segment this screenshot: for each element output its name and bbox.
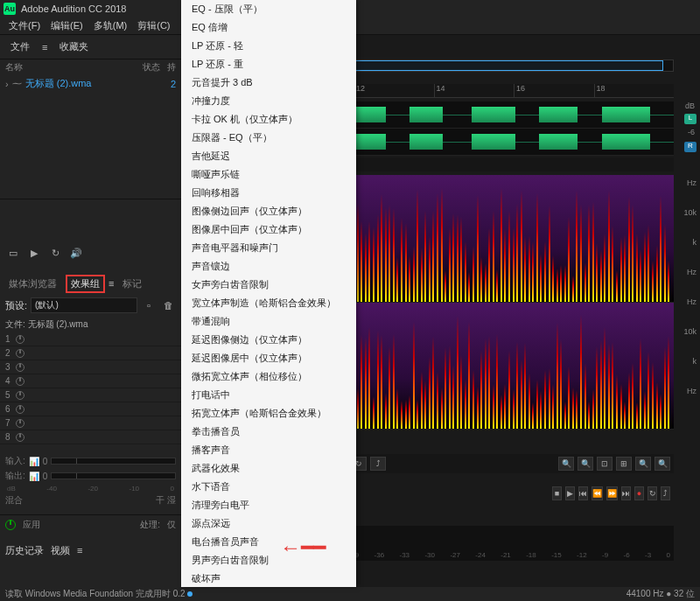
dropdown-item[interactable]: 电台播音员声音 bbox=[181, 533, 356, 551]
tab-menu-icon[interactable]: ≡ bbox=[108, 278, 114, 289]
dropdown-item[interactable]: 卡拉 OK 机（仅立体声） bbox=[181, 110, 356, 129]
tab-video[interactable]: 视频 bbox=[51, 544, 70, 557]
file-columns: 名称 状态 持 bbox=[0, 59, 181, 75]
zoom-in-icon[interactable]: 🔍 bbox=[558, 457, 574, 471]
process-only[interactable]: 仅 bbox=[167, 519, 176, 531]
fx-slot-6[interactable]: 6 bbox=[0, 402, 181, 416]
menu-edit[interactable]: 编辑(E) bbox=[46, 19, 88, 32]
dropdown-item[interactable]: 源点深远 bbox=[181, 514, 356, 533]
dropdown-item[interactable]: EQ 倍增 bbox=[181, 18, 356, 37]
dropdown-item[interactable]: 延迟图像侧边（仅立体声） bbox=[181, 331, 356, 349]
dropdown-item[interactable]: 打电话中 bbox=[181, 386, 356, 404]
dropdown-item[interactable]: 声音电平器和噪声门 bbox=[181, 239, 356, 257]
input-gain[interactable]: 0 bbox=[43, 457, 48, 466]
dropdown-item[interactable]: 水下语音 bbox=[181, 478, 356, 496]
delete-preset-icon[interactable]: 🗑 bbox=[160, 297, 176, 313]
expand-arrow-icon[interactable]: › bbox=[5, 79, 9, 89]
channel-r-badge[interactable]: R bbox=[684, 142, 696, 152]
col-status[interactable]: 状态 bbox=[143, 61, 160, 73]
autoplay-icon[interactable]: 🔊 bbox=[68, 245, 84, 261]
file-row[interactable]: › ⁓ 无标题 (2).wma 2 bbox=[0, 75, 181, 92]
dropdown-item[interactable]: 延迟图像居中（仅立体声） bbox=[181, 349, 356, 367]
power-icon[interactable] bbox=[16, 377, 24, 386]
rewind-button-2[interactable]: ⏪ bbox=[592, 486, 603, 500]
fx-slot-8[interactable]: 8 bbox=[0, 430, 181, 444]
fx-slot-4[interactable]: 4 bbox=[0, 374, 181, 388]
power-icon[interactable] bbox=[16, 433, 24, 442]
loop-icon[interactable]: ↻ bbox=[47, 245, 63, 261]
dropdown-item[interactable]: LP 还原 - 重 bbox=[181, 55, 356, 73]
dropdown-item[interactable]: 嘶哑声乐链 bbox=[181, 165, 356, 184]
play-preview-icon[interactable]: ▶ bbox=[26, 245, 42, 261]
power-icon[interactable] bbox=[16, 391, 24, 400]
output-gain[interactable]: 0 bbox=[43, 472, 48, 481]
preset-select[interactable]: (默认) bbox=[31, 297, 137, 313]
play-button-2[interactable]: ▶ bbox=[565, 486, 575, 500]
filter-icon[interactable]: ▭ bbox=[5, 245, 21, 261]
dropdown-item[interactable]: 清理旁白电平 bbox=[181, 496, 356, 514]
fx-slot-1[interactable]: 1 bbox=[0, 332, 181, 346]
dropdown-item[interactable]: 男声旁白齿音限制 bbox=[181, 551, 356, 570]
zoom-sel-icon[interactable]: ⊞ bbox=[616, 457, 632, 471]
menu-multitrack[interactable]: 多轨(M) bbox=[88, 19, 133, 32]
dropdown-item[interactable]: 宽立体声制造（哈斯铝合金效果） bbox=[181, 294, 356, 312]
master-power-icon[interactable] bbox=[5, 520, 16, 530]
skip-sel-button[interactable]: ⤴ bbox=[370, 457, 386, 471]
tab-effects-rack[interactable]: 效果组 bbox=[66, 275, 105, 293]
dropdown-item[interactable]: 带通混响 bbox=[181, 312, 356, 331]
skip-start-button-2[interactable]: ⏮ bbox=[578, 486, 588, 500]
tab-media-browser[interactable]: 媒体浏览器 bbox=[4, 276, 62, 292]
power-icon[interactable] bbox=[16, 363, 24, 372]
dropdown-item[interactable]: 拳击播音员 bbox=[181, 423, 356, 441]
zoom-in-v-icon[interactable]: 🔍 bbox=[635, 457, 651, 471]
statusbar: 读取 Windows Media Foundation 完成用时 0.2 441… bbox=[0, 587, 700, 601]
dropdown-item[interactable]: 冲撞力度 bbox=[181, 92, 356, 110]
dropdown-item[interactable]: 元音提升 3 dB bbox=[181, 73, 356, 92]
forward-button-2[interactable]: ⏩ bbox=[606, 486, 618, 500]
apply-button[interactable]: 应用 bbox=[23, 519, 40, 531]
power-icon[interactable] bbox=[16, 405, 24, 414]
fx-slot-3[interactable]: 3 bbox=[0, 360, 181, 374]
dropdown-item[interactable]: 武器化效果 bbox=[181, 459, 356, 478]
dropdown-item[interactable]: 声音镶边 bbox=[181, 257, 356, 276]
skip-sel-button-2[interactable]: ⤴ bbox=[661, 486, 670, 500]
col-duration[interactable]: 持 bbox=[167, 61, 176, 73]
dropdown-item[interactable]: EQ - 压限（平） bbox=[181, 0, 356, 18]
dropdown-item[interactable]: 回响移相器 bbox=[181, 184, 356, 202]
power-icon[interactable] bbox=[16, 335, 24, 344]
save-preset-icon[interactable]: ▫ bbox=[141, 297, 157, 313]
fx-slot-2[interactable]: 2 bbox=[0, 346, 181, 360]
record-button-2[interactable]: ● bbox=[634, 486, 644, 500]
dropdown-item[interactable]: 播客声音 bbox=[181, 441, 356, 459]
overview-selection[interactable] bbox=[338, 60, 663, 71]
dropdown-item[interactable]: 拓宽立体声（哈斯铝合金效果） bbox=[181, 404, 356, 423]
menu-file[interactable]: 文件(F) bbox=[4, 19, 46, 32]
channel-l-badge[interactable]: L bbox=[684, 114, 696, 124]
zoom-full-icon[interactable]: ⊡ bbox=[597, 457, 612, 471]
tab-menu-icon[interactable]: ≡ bbox=[77, 545, 82, 556]
menu-clip[interactable]: 剪辑(C) bbox=[132, 19, 175, 32]
fx-slot-5[interactable]: 5 bbox=[0, 388, 181, 402]
dropdown-item[interactable]: 女声旁白齿音限制 bbox=[181, 276, 356, 294]
dropdown-item[interactable]: LP 还原 - 轻 bbox=[181, 37, 356, 55]
dropdown-item[interactable]: 图像侧边回声（仅立体声） bbox=[181, 202, 356, 220]
zoom-out-v-icon[interactable]: 🔍 bbox=[654, 457, 670, 471]
loop-button-2[interactable]: ↻ bbox=[648, 486, 657, 500]
dropdown-item[interactable]: 微拓宽立体声（相位移位） bbox=[181, 367, 356, 386]
dropdown-item[interactable]: 图像居中回声（仅立体声） bbox=[181, 220, 356, 239]
tab-file[interactable]: 文件 bbox=[5, 40, 35, 53]
tab-favorites[interactable]: 收藏夹 bbox=[54, 40, 94, 53]
power-icon[interactable] bbox=[16, 419, 24, 428]
skip-end-button-2[interactable]: ⏭ bbox=[621, 486, 631, 500]
tab-marker[interactable]: 标记 bbox=[117, 276, 147, 292]
col-name[interactable]: 名称 bbox=[5, 61, 143, 73]
dropdown-item[interactable]: 破坏声 bbox=[181, 570, 356, 587]
tab-history[interactable]: 历史记录 bbox=[5, 544, 44, 557]
effects-preset-dropdown[interactable]: EQ - 压限（平）EQ 倍增LP 还原 - 轻LP 还原 - 重元音提升 3 … bbox=[181, 0, 356, 587]
power-icon[interactable] bbox=[16, 349, 24, 358]
zoom-out-icon[interactable]: 🔍 bbox=[578, 457, 593, 471]
stop-button-2[interactable]: ■ bbox=[552, 486, 562, 500]
dropdown-item[interactable]: 吉他延迟 bbox=[181, 147, 356, 165]
dropdown-item[interactable]: 压限器 - EQ（平） bbox=[181, 129, 356, 147]
fx-slot-7[interactable]: 7 bbox=[0, 416, 181, 430]
